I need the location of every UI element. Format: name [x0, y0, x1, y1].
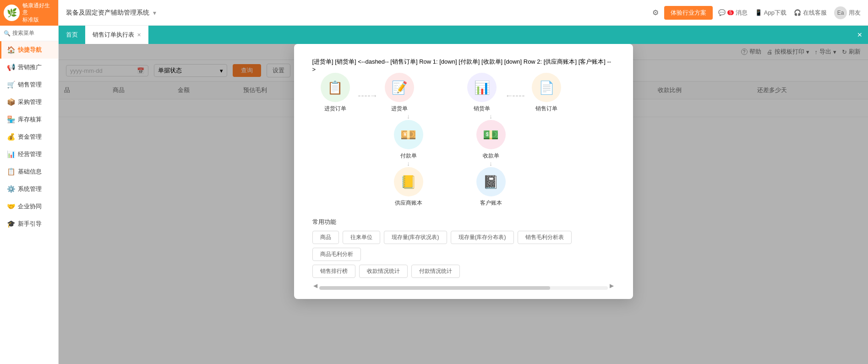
flow-node-receipt[interactable]: 💵 收款单 — [468, 120, 514, 160]
cf-btns-row1: 商品 往来单位 现存量(库存状况表) 现存量(库存分布表) 销售毛利分析表 商品… — [312, 231, 615, 261]
flow-node-sales-bill[interactable]: 📊 销货单 — [459, 73, 505, 113]
sidebar-item-guide[interactable]: 🎓 新手引导 — [0, 215, 58, 233]
inventory-icon: 🏪 — [7, 115, 15, 124]
message-badge: 5 — [727, 10, 734, 15]
headset-icon: 🎧 — [794, 9, 801, 16]
topbar: 装备及固定资产辅助管理系统 ▾ ⚙ 体验行业方案 💬 5 消息 📱 App下载 … — [59, 0, 868, 26]
system-icon: ⚙️ — [7, 185, 15, 193]
close-tab-btn[interactable]: ✕ — [852, 26, 868, 44]
cf-btn-receipt-stats[interactable]: 收款情况统计 — [359, 265, 408, 278]
flow-node-purchase-bill[interactable]: 📝 进货单 — [377, 73, 422, 113]
cf-btn-sales-margin[interactable]: 销售毛利分析表 — [518, 231, 572, 244]
tab-close-icon[interactable]: ✕ — [137, 32, 141, 38]
flow-node-payment[interactable]: 💴 付款单 — [386, 120, 431, 160]
sales-icon: 🛒 — [7, 81, 15, 89]
sidebar-item-purchase[interactable]: 📦 采购管理 — [0, 93, 58, 111]
flow-node-sales-order[interactable]: 📄 销售订单 — [524, 73, 569, 113]
basic-info-icon: 📋 — [7, 168, 15, 176]
app-action[interactable]: 📱 App下载 — [755, 9, 786, 17]
flow-node-purchase-order[interactable]: 📋 进货订单 — [312, 73, 358, 113]
sidebar-item-basic-info[interactable]: 📋 基础信息 — [0, 163, 58, 180]
sidebar-logo: 🌿 畅康通好生意 标准版 — [0, 0, 58, 26]
dialog-scrollbar-row: ◀ ▶ — [312, 282, 615, 290]
sidebar-nav: 🏠 快捷导航 📢 营销推广 🛒 销售管理 📦 采购管理 🏪 库存核算 💰 资金管… — [0, 41, 58, 364]
cooperation-icon: 🤝 — [7, 202, 15, 211]
settings-icon[interactable]: ⚙ — [652, 8, 659, 17]
dialog-scrollbar[interactable] — [319, 286, 608, 290]
cf-btn-stock-dist[interactable]: 现存量(库存分布表) — [451, 231, 514, 244]
cf-btn-partners[interactable]: 往来单位 — [343, 231, 380, 244]
sidebar-item-finance[interactable]: 💰 资金管理 — [0, 128, 58, 146]
common-functions: 常用功能 商品 往来单位 现存量(库存状况表) 现存量(库存分布表) 销售毛利分… — [312, 218, 615, 278]
finance-icon: 💰 — [7, 133, 15, 141]
home-tab-label: 首页 — [66, 31, 78, 39]
topbar-actions: 💬 5 消息 📱 App下载 🎧 在线客服 Ea 用友 — [718, 6, 861, 19]
sidebar: 🌿 畅康通好生意 标准版 🔍 搜索菜单 🏠 快捷导航 📢 营销推广 🛒 销售管理… — [0, 0, 59, 364]
tabbar: 首页 销售订单执行表 ✕ ✕ — [59, 26, 868, 44]
system-name: 装备及固定资产辅助管理系统 — [66, 9, 149, 17]
cf-btn-sales-rank[interactable]: 销售排行榜 — [312, 265, 355, 278]
flow-node-supplier-ledger[interactable]: 📒 供应商账本 — [386, 167, 431, 207]
marketing-icon: 📢 — [7, 63, 15, 71]
tab-sales-exec[interactable]: 销售订单执行表 ✕ — [85, 26, 148, 44]
app-icon: 📱 — [755, 9, 762, 16]
cf-btn-goods-margin[interactable]: 商品毛利分析 — [312, 248, 361, 261]
quick-nav-dialog: [进货单] [销货单] <--dashed-- [销售订单] Row 1: [d… — [294, 44, 633, 299]
sidebar-item-sales[interactable]: 🛒 销售管理 — [0, 76, 58, 93]
sales-exec-tab-label: 销售订单执行表 — [93, 31, 134, 39]
logo-icon: 🌿 — [4, 5, 20, 21]
sidebar-search[interactable]: 🔍 搜索菜单 — [0, 26, 58, 41]
sidebar-item-quick-nav[interactable]: 🏠 快捷导航 — [0, 41, 58, 59]
sidebar-item-operations[interactable]: 📊 经营管理 — [0, 146, 58, 163]
support-action[interactable]: 🎧 在线客服 — [794, 9, 827, 17]
topbar-title: 装备及固定资产辅助管理系统 ▾ — [66, 9, 647, 17]
search-icon: 🔍 — [4, 30, 11, 37]
cf-btn-stock-status[interactable]: 现存量(库存状况表) — [384, 231, 447, 244]
scrollbar-thumb — [319, 286, 550, 290]
flow-node-customer-ledger[interactable]: 📓 客户账本 — [468, 167, 514, 207]
scroll-right-icon[interactable]: ▶ — [610, 283, 614, 289]
cf-btn-goods[interactable]: 商品 — [312, 231, 339, 244]
content-area: ? 帮助 🖨 按模板打印 ▾ ↑ 导出 ▾ ↻ 刷新 yyyy-mm-dd � — [59, 44, 868, 364]
purchase-icon: 📦 — [7, 98, 15, 106]
cf-title: 常用功能 — [312, 218, 615, 226]
sidebar-item-inventory[interactable]: 🏪 库存核算 — [0, 111, 58, 128]
overlay: [进货单] [销货单] <--dashed-- [销售订单] Row 1: [d… — [59, 44, 868, 364]
operations-icon: 📊 — [7, 150, 15, 158]
sidebar-item-marketing[interactable]: 📢 营销推广 — [0, 59, 58, 76]
message-action[interactable]: 💬 5 消息 — [718, 9, 748, 17]
sidebar-item-system[interactable]: ⚙️ 系统管理 — [0, 180, 58, 198]
user-action[interactable]: Ea 用友 — [834, 6, 861, 19]
cf-btn-payment-stats[interactable]: 付款情况统计 — [411, 265, 460, 278]
guide-icon: 🎓 — [7, 220, 15, 228]
tab-home[interactable]: 首页 — [59, 26, 85, 44]
logo-text: 畅康通好生意 标准版 — [22, 2, 55, 24]
sidebar-item-cooperation[interactable]: 🤝 企业协同 — [0, 198, 58, 215]
scroll-left-icon[interactable]: ◀ — [313, 283, 317, 289]
cf-btns-row2: 销售排行榜 收款情况统计 付款情况统计 — [312, 265, 615, 278]
message-icon: 💬 — [718, 9, 726, 16]
home-icon: 🏠 — [7, 46, 15, 54]
main-area: 装备及固定资产辅助管理系统 ▾ ⚙ 体验行业方案 💬 5 消息 📱 App下载 … — [59, 0, 868, 364]
avatar: Ea — [834, 6, 847, 19]
trial-button[interactable]: 体验行业方案 — [664, 6, 713, 20]
chevron-icon: ▾ — [153, 9, 156, 16]
